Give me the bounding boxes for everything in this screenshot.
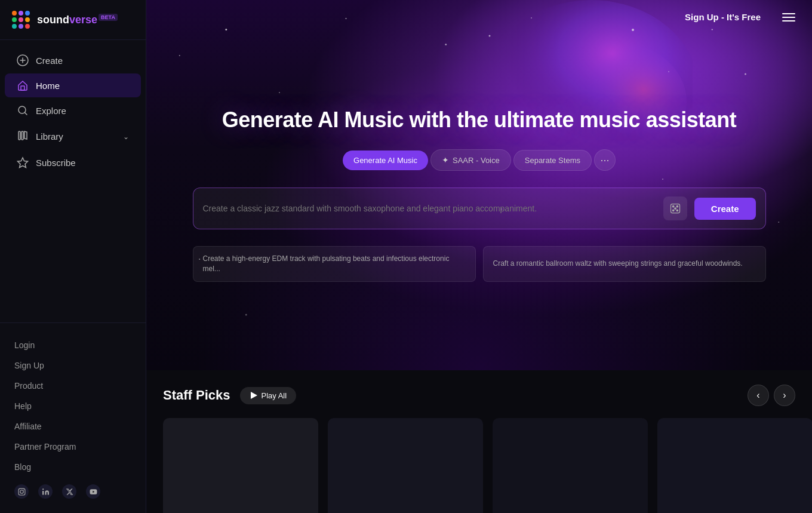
sidebar: soundverseBETA Create Home <box>0 0 146 513</box>
social-links <box>0 477 146 506</box>
sidebar-link-partner[interactable]: Partner Program <box>0 437 146 457</box>
cards-row <box>163 418 795 513</box>
subscribe-icon <box>17 156 29 168</box>
dice-button[interactable] <box>663 196 687 220</box>
section-header: Staff Picks Play All ‹ › <box>163 385 795 406</box>
instagram-icon[interactable] <box>14 484 29 499</box>
music-card-2[interactable] <box>328 418 483 513</box>
linkedin-icon[interactable] <box>38 484 53 499</box>
explore-icon <box>17 105 29 116</box>
svg-line-14 <box>25 113 27 115</box>
svg-point-5 <box>25 17 30 22</box>
suggestion-chip-waltz[interactable]: Craft a romantic ballroom waltz with swe… <box>483 246 766 282</box>
chevron-down-icon: ⌄ <box>123 133 129 141</box>
svg-point-41 <box>245 314 247 316</box>
chevron-right-icon: › <box>783 390 786 401</box>
logo-icon <box>10 8 32 31</box>
svg-point-20 <box>23 489 23 490</box>
svg-point-6 <box>12 24 17 29</box>
section-title: Staff Picks <box>163 388 230 403</box>
svg-marker-17 <box>18 158 28 168</box>
section-header-left: Staff Picks Play All <box>163 387 296 404</box>
create-icon <box>17 54 29 66</box>
tab-saar[interactable]: ✦ SAAR - Voice <box>430 149 511 171</box>
prompt-box: Create <box>193 188 766 229</box>
more-dots-icon: ··· <box>600 154 609 167</box>
hero-content: Generate AI Music with the ultimate musi… <box>146 0 812 282</box>
svg-rect-12 <box>21 86 24 90</box>
svg-marker-48 <box>251 392 257 399</box>
music-card-1[interactable] <box>163 418 318 513</box>
music-card-3[interactable] <box>493 418 648 513</box>
tab-more-button[interactable]: ··· <box>594 149 616 171</box>
svg-point-1 <box>19 11 23 16</box>
play-all-button[interactable]: Play All <box>240 387 297 404</box>
svg-point-3 <box>12 17 17 22</box>
svg-point-4 <box>19 17 23 22</box>
main-content: Sign Up - It's Free <box>146 0 812 513</box>
svg-point-47 <box>675 208 676 210</box>
sidebar-item-library-label: Library <box>36 131 63 142</box>
menu-line-3 <box>782 20 795 21</box>
sidebar-item-home-label: Home <box>36 81 60 91</box>
svg-point-19 <box>20 490 23 493</box>
topbar: Sign Up - It's Free <box>146 0 812 34</box>
hero-title: Generate AI Music with the ultimate musi… <box>222 107 736 133</box>
sidebar-link-blog[interactable]: Blog <box>0 457 146 477</box>
svg-rect-18 <box>19 489 25 495</box>
sidebar-nav: Create Home Explore <box>0 40 146 318</box>
prompt-input[interactable] <box>203 204 656 213</box>
menu-line-2 <box>782 17 795 18</box>
svg-point-44 <box>676 205 678 207</box>
menu-line-1 <box>782 13 795 14</box>
sparkle-icon: ✦ <box>442 155 449 165</box>
suggestion-row: Create a high-energy EDM track with puls… <box>193 246 766 282</box>
svg-point-45 <box>672 210 674 211</box>
svg-point-0 <box>12 11 17 16</box>
svg-point-46 <box>676 210 678 211</box>
tab-stems[interactable]: Separate Stems <box>513 150 592 171</box>
sidebar-link-product[interactable]: Product <box>0 376 146 396</box>
tab-generate[interactable]: Generate AI Music <box>343 150 428 170</box>
sidebar-item-explore-label: Explore <box>36 106 66 116</box>
sidebar-item-explore[interactable]: Explore <box>5 99 141 122</box>
svg-point-7 <box>19 24 23 29</box>
sidebar-link-login[interactable]: Login <box>0 335 146 355</box>
sidebar-item-subscribe[interactable]: Subscribe <box>5 150 141 174</box>
staff-picks-section: Staff Picks Play All ‹ › <box>146 370 812 513</box>
hero-tabs: Generate AI Music ✦ SAAR - Voice Separat… <box>343 149 616 171</box>
sidebar-item-subscribe-label: Subscribe <box>36 158 76 168</box>
suggestion-chip-edm[interactable]: Create a high-energy EDM track with puls… <box>193 246 476 282</box>
svg-rect-15 <box>19 131 20 140</box>
svg-point-21 <box>42 489 44 490</box>
youtube-icon[interactable] <box>86 484 100 499</box>
sidebar-item-create[interactable]: Create <box>5 48 141 72</box>
sidebar-link-affiliate[interactable]: Affiliate <box>0 416 146 437</box>
topbar-actions: Sign Up - It's Free <box>675 7 798 27</box>
svg-point-8 <box>25 24 30 29</box>
svg-rect-16 <box>21 131 23 140</box>
sidebar-link-signup[interactable]: Sign Up <box>0 355 146 376</box>
next-button[interactable]: › <box>774 385 795 406</box>
twitter-x-icon[interactable] <box>62 484 76 499</box>
nav-arrows: ‹ › <box>748 385 795 406</box>
menu-button[interactable] <box>780 11 798 24</box>
chevron-left-icon: ‹ <box>756 390 759 401</box>
svg-point-2 <box>25 11 30 16</box>
home-icon <box>17 79 29 91</box>
sidebar-item-home[interactable]: Home <box>5 73 141 97</box>
music-card-4[interactable] <box>657 418 812 513</box>
sidebar-divider <box>0 322 146 323</box>
prev-button[interactable]: ‹ <box>748 385 769 406</box>
library-icon <box>17 130 29 143</box>
logo[interactable]: soundverseBETA <box>0 0 146 40</box>
sidebar-item-create-label: Create <box>36 56 63 66</box>
sidebar-bottom: Login Sign Up Product Help Affiliate Par… <box>0 328 146 513</box>
logo-text: soundverseBETA <box>37 14 118 26</box>
sidebar-link-help[interactable]: Help <box>0 396 146 416</box>
signup-button[interactable]: Sign Up - It's Free <box>675 7 770 27</box>
play-icon <box>250 391 258 400</box>
sidebar-item-library[interactable]: Library ⌄ <box>5 124 141 149</box>
svg-point-43 <box>672 205 674 207</box>
create-button[interactable]: Create <box>694 198 756 220</box>
